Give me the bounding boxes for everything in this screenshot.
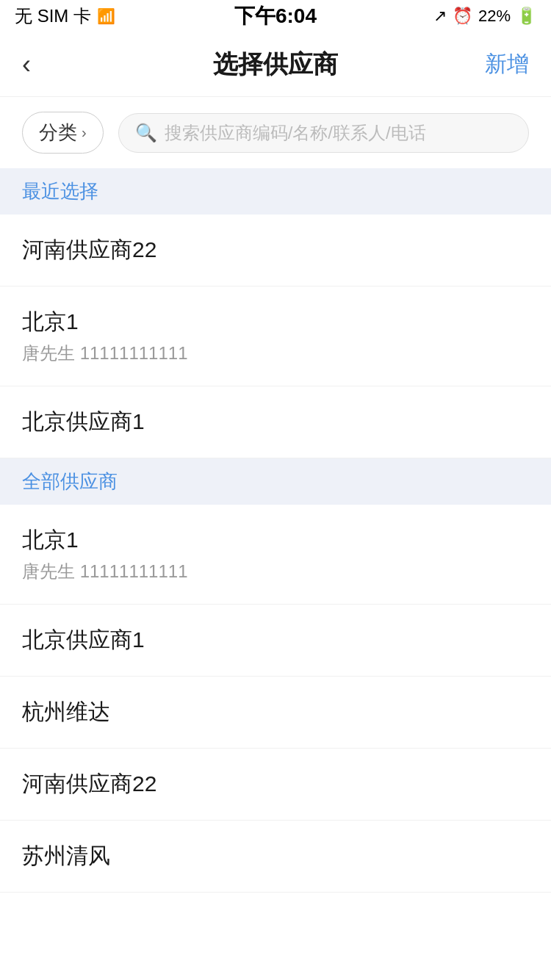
status-time: 下午6:04 <box>234 2 317 30</box>
list-item[interactable]: 北京1 唐先生 11111111111 <box>0 287 551 386</box>
battery-icon: 🔋 <box>516 7 536 26</box>
sim-label: 无 SIM 卡 <box>15 4 91 28</box>
chevron-right-icon: › <box>82 124 87 141</box>
item-name: 北京1 <box>22 525 529 555</box>
list-item[interactable]: 河南供应商22 <box>0 749 551 821</box>
status-bar: 无 SIM 卡 📶 下午6:04 ↗ ⏰ 22% 🔋 <box>0 0 551 32</box>
filter-bar: 分类 › 🔍 搜索供应商编码/名称/联系人/电话 <box>0 97 551 168</box>
wifi-icon: 📶 <box>97 7 115 25</box>
list-item[interactable]: 北京1 唐先生 11111111111 <box>0 505 551 605</box>
item-name: 河南供应商22 <box>22 769 529 799</box>
status-right: ↗ ⏰ 22% 🔋 <box>433 7 536 26</box>
item-name: 杭州维达 <box>22 697 529 727</box>
all-section-header: 全部供应商 <box>0 458 551 505</box>
search-icon: 🔍 <box>135 123 157 143</box>
page-title: 选择供应商 <box>213 48 338 82</box>
item-name: 河南供应商22 <box>22 235 529 265</box>
back-button[interactable]: ‹ <box>22 49 66 80</box>
status-left: 无 SIM 卡 📶 <box>15 4 115 28</box>
item-name: 北京供应商1 <box>22 407 529 437</box>
list-item[interactable]: 北京供应商1 <box>0 386 551 458</box>
item-contact: 唐先生 11111111111 <box>22 560 529 583</box>
nav-bar: ‹ 选择供应商 新增 <box>0 32 551 97</box>
list-item[interactable]: 河南供应商22 <box>0 215 551 287</box>
item-name: 苏州清风 <box>22 841 529 871</box>
search-placeholder: 搜索供应商编码/名称/联系人/电话 <box>165 121 426 145</box>
search-box[interactable]: 🔍 搜索供应商编码/名称/联系人/电话 <box>118 113 529 153</box>
location-icon: ↗ <box>433 7 447 26</box>
list-item[interactable]: 苏州清风 <box>0 821 551 893</box>
list-item[interactable]: 杭州维达 <box>0 677 551 749</box>
all-list: 北京1 唐先生 11111111111 北京供应商1 杭州维达 河南供应商22 … <box>0 505 551 893</box>
item-contact: 唐先生 11111111111 <box>22 342 529 365</box>
add-button[interactable]: 新增 <box>485 49 529 79</box>
list-item[interactable]: 北京供应商1 <box>0 605 551 677</box>
battery-label: 22% <box>478 7 511 26</box>
recent-list: 河南供应商22 北京1 唐先生 11111111111 北京供应商1 <box>0 215 551 458</box>
category-label: 分类 <box>39 120 77 145</box>
category-button[interactable]: 分类 › <box>22 112 104 154</box>
recent-section-header: 最近选择 <box>0 168 551 215</box>
item-name: 北京供应商1 <box>22 625 529 655</box>
alarm-icon: ⏰ <box>453 7 472 26</box>
item-name: 北京1 <box>22 307 529 337</box>
